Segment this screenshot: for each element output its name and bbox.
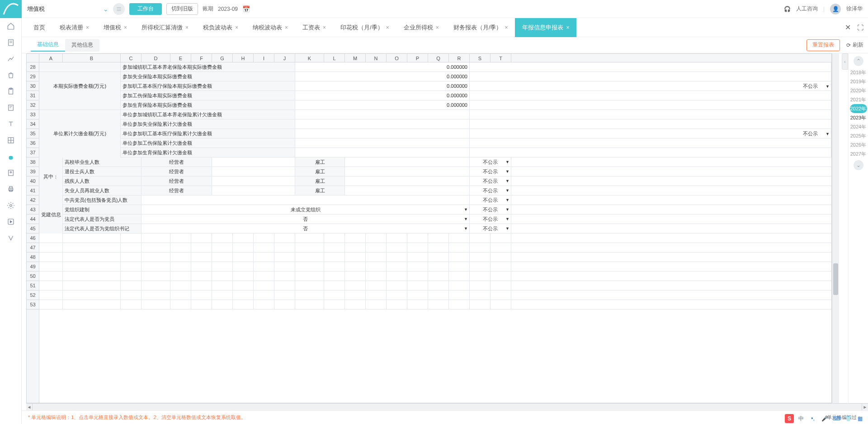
empty-cell[interactable] [387, 291, 407, 300]
empty-cell[interactable] [470, 300, 491, 309]
empty-cell[interactable] [191, 262, 212, 271]
value-cell[interactable] [345, 167, 470, 176]
empty-cell[interactable] [491, 243, 511, 252]
empty-cell[interactable] [470, 243, 491, 252]
empty-cell[interactable] [191, 272, 212, 281]
nav-v-icon[interactable] [0, 230, 22, 246]
empty-cell[interactable] [121, 233, 142, 243]
tab-close-icon[interactable]: × [235, 24, 238, 31]
value-cell[interactable] [295, 110, 470, 119]
row-header-28[interactable]: 28 [27, 62, 39, 72]
row-header-49[interactable]: 49 [27, 262, 39, 272]
empty-cell[interactable] [39, 281, 63, 290]
empty-cell[interactable] [366, 291, 387, 300]
tab-close-icon[interactable]: × [505, 24, 508, 31]
empty-cell[interactable] [295, 291, 324, 300]
empty-cell[interactable] [63, 272, 121, 281]
empty-cell[interactable] [212, 272, 233, 281]
empty-cell[interactable] [449, 233, 470, 243]
empty-cell[interactable] [428, 233, 449, 243]
empty-cell[interactable] [233, 281, 254, 290]
sub-label[interactable]: 雇工 [295, 167, 345, 176]
value-cell[interactable] [212, 176, 295, 186]
value-cell[interactable] [345, 176, 470, 186]
empty-cell[interactable] [407, 300, 428, 309]
tab-close-icon[interactable]: × [185, 24, 189, 31]
empty-cell[interactable] [233, 272, 254, 281]
empty-cell[interactable] [491, 291, 511, 300]
tab-7[interactable]: 印花税（月/季）× [333, 18, 396, 37]
row-header-46[interactable]: 46 [27, 233, 39, 243]
col-header-Q[interactable]: Q [428, 54, 449, 62]
empty-cell[interactable] [491, 272, 511, 281]
calendar-icon[interactable]: 📅 [242, 5, 250, 13]
account-selector[interactable]: 增值税 ⌄ [27, 5, 108, 13]
empty-cell[interactable] [121, 281, 142, 290]
empty-cell[interactable] [212, 252, 233, 262]
ime-mic-icon[interactable]: 🎤 [820, 414, 829, 423]
disclose-dropdown[interactable]: 不公示▼ [470, 224, 511, 233]
empty-cell[interactable] [233, 291, 254, 300]
empty-cell[interactable] [233, 300, 254, 309]
sub-label[interactable]: 经营者 [142, 167, 212, 176]
group-label[interactable]: 单位累计欠缴金额(万元) [39, 110, 121, 157]
empty-cell[interactable] [449, 300, 470, 309]
cells-area[interactable]: 本期实际缴费金额(万元)不公示▼参加城镇职工基本养老保险本期实际缴费金额0.00… [39, 62, 831, 403]
empty-cell[interactable] [142, 300, 170, 309]
reset-report-button[interactable]: 重置报表 [807, 39, 840, 51]
col-header-F[interactable]: F [191, 54, 212, 62]
year-2024年[interactable]: 2024年 [850, 122, 867, 131]
empty-cell[interactable] [407, 233, 428, 243]
value-cell[interactable]: 0.000000 [295, 100, 470, 110]
empty-cell[interactable] [491, 262, 511, 271]
empty-cell[interactable] [191, 300, 212, 309]
col-header-K[interactable]: K [295, 54, 324, 62]
empty-cell[interactable] [366, 300, 387, 309]
tab-10[interactable]: 年报信息申报表× [515, 18, 576, 37]
expand-icon[interactable]: ⛶ [857, 24, 863, 31]
empty-cell[interactable] [295, 252, 324, 262]
row-header-50[interactable]: 50 [27, 272, 39, 281]
empty-cell[interactable] [407, 243, 428, 252]
col-header-O[interactable]: O [387, 54, 407, 62]
empty-cell[interactable] [366, 252, 387, 262]
empty-cell[interactable] [345, 243, 366, 252]
disclose-dropdown[interactable]: 不公示▼ [470, 186, 511, 195]
col-header-S[interactable]: S [470, 54, 491, 62]
empty-cell[interactable] [366, 233, 387, 243]
ime-tool-icon[interactable]: ▦ [855, 414, 864, 423]
tab-close-icon[interactable]: × [436, 24, 439, 31]
value-cell[interactable] [345, 157, 470, 167]
empty-cell[interactable] [387, 233, 407, 243]
empty-cell[interactable] [449, 262, 470, 271]
empty-cell[interactable] [345, 262, 366, 271]
value-cell[interactable] [142, 195, 470, 205]
tab-close-icon[interactable]: × [566, 24, 569, 31]
rail-down-icon[interactable]: ⌄ [854, 160, 863, 170]
empty-cell[interactable] [233, 243, 254, 252]
empty-cell[interactable] [63, 281, 121, 290]
tab-close-icon[interactable]: × [86, 24, 89, 31]
empty-cell[interactable] [191, 291, 212, 300]
row-label[interactable]: 党组织建制 [63, 205, 142, 214]
empty-cell[interactable] [345, 291, 366, 300]
tab-4[interactable]: 税负波动表× [196, 18, 245, 37]
empty-cell[interactable] [121, 291, 142, 300]
empty-cell[interactable] [212, 262, 233, 271]
empty-cell[interactable] [295, 243, 324, 252]
nav-clipboard-icon[interactable] [0, 83, 22, 100]
empty-cell[interactable] [142, 272, 170, 281]
nav-book-icon[interactable] [0, 100, 22, 116]
empty-cell[interactable] [63, 243, 121, 252]
scroll-left-icon[interactable]: ◄ [26, 404, 33, 410]
empty-cell[interactable] [274, 233, 295, 243]
row-label[interactable]: 高校毕业生人数 [63, 157, 142, 167]
close-all-icon[interactable]: ✕ [845, 23, 851, 32]
empty-cell[interactable] [212, 243, 233, 252]
col-header-N[interactable]: N [366, 54, 387, 62]
tab-1[interactable]: 税表清册× [52, 18, 96, 37]
row-label[interactable]: 失业人员再就业人数 [63, 186, 142, 195]
empty-cell[interactable] [470, 291, 491, 300]
row-header-38[interactable]: 38 [27, 157, 39, 167]
empty-cell[interactable] [254, 272, 274, 281]
